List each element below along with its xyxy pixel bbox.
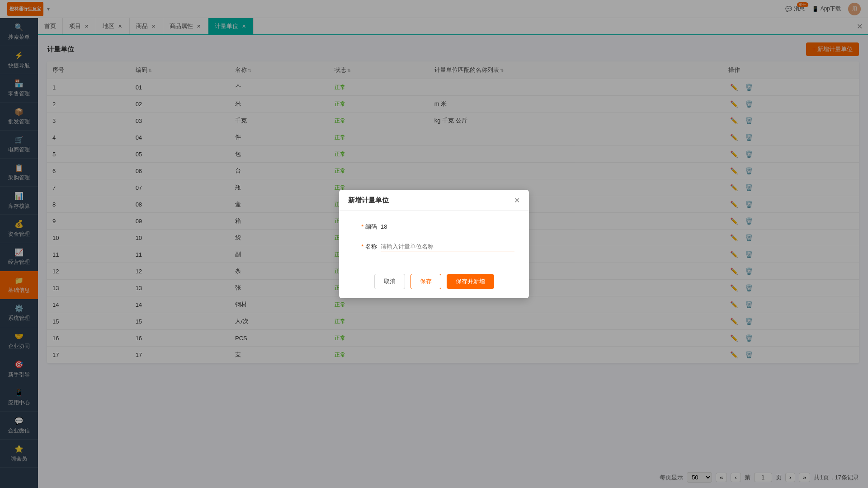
- save-and-new-button[interactable]: 保存并新增: [447, 274, 494, 289]
- name-form-row: 名称: [354, 241, 514, 252]
- modal-close-btn[interactable]: ✕: [514, 197, 520, 204]
- modal-header: 新增计量单位 ✕: [339, 190, 529, 211]
- name-label: 名称: [354, 243, 381, 251]
- save-button[interactable]: 保存: [410, 274, 441, 289]
- code-form-row: 编码: [354, 221, 514, 232]
- add-unit-modal: 新增计量单位 ✕ 编码 名称 取消 保存 保存并新增: [339, 190, 529, 298]
- modal-overlay: 新增计量单位 ✕ 编码 名称 取消 保存 保存并新增: [0, 0, 868, 488]
- code-input[interactable]: [381, 221, 514, 232]
- cancel-button[interactable]: 取消: [374, 274, 405, 289]
- modal-footer: 取消 保存 保存并新增: [339, 268, 529, 298]
- modal-body: 编码 名称: [339, 211, 529, 268]
- code-label: 编码: [354, 223, 381, 231]
- name-input[interactable]: [381, 241, 514, 252]
- modal-title: 新增计量单位: [348, 196, 389, 205]
